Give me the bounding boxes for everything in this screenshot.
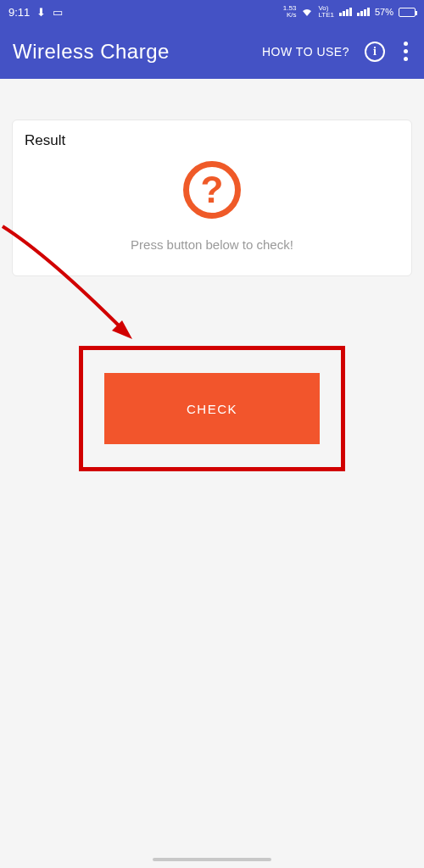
- menu-icon[interactable]: [400, 38, 411, 64]
- svg-marker-0: [112, 320, 132, 339]
- status-time: 9:11: [8, 6, 30, 19]
- result-label: Result: [25, 132, 399, 149]
- image-icon: ▭: [53, 6, 63, 19]
- battery-percent: 57%: [375, 7, 393, 17]
- question-mark-icon: ?: [183, 161, 241, 219]
- battery-icon: [399, 8, 416, 17]
- lte-label: Vo) LTE1: [318, 5, 334, 19]
- status-bar: 9:11 ⬇ ▭ 1.53 K/s Vo) LTE1 57%: [0, 0, 424, 24]
- app-title: Wireless Charge: [13, 40, 170, 64]
- info-icon[interactable]: i: [365, 42, 385, 62]
- signal-icon-2: [357, 8, 370, 16]
- download-icon: ⬇: [36, 6, 46, 19]
- app-bar: Wireless Charge HOW TO USE? i: [0, 24, 424, 79]
- wifi-icon: [301, 7, 313, 18]
- network-speed: 1.53 K/s: [283, 5, 297, 19]
- how-to-use-button[interactable]: HOW TO USE?: [262, 45, 349, 58]
- signal-icon: [339, 8, 352, 16]
- result-card: Result ? Press button below to check!: [12, 120, 412, 276]
- result-message: Press button below to check!: [25, 237, 399, 252]
- home-indicator[interactable]: [153, 858, 271, 861]
- check-button[interactable]: CHECK: [104, 373, 320, 444]
